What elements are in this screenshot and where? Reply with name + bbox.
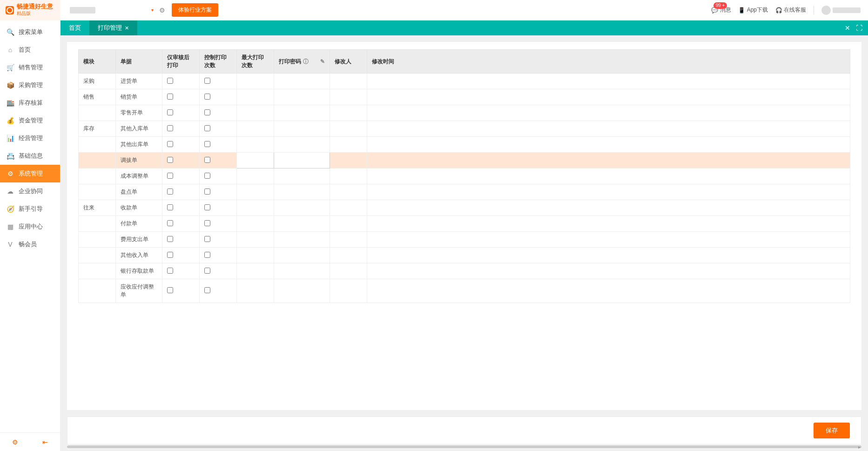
- tab-0[interactable]: 首页: [61, 20, 89, 35]
- sidebar-item-sales[interactable]: 🛒销售管理: [0, 59, 60, 76]
- cell-doc: 调拔单: [116, 153, 162, 168]
- ctrl-count-checkbox[interactable]: [204, 188, 210, 195]
- ctrl-count-checkbox[interactable]: [204, 220, 210, 226]
- cell-doc: 其他出库单: [116, 137, 162, 153]
- cell-modifier: [330, 105, 367, 121]
- fullscreen-icon[interactable]: ⛶: [856, 24, 862, 32]
- sidebar-item-label: 企业协同: [19, 187, 43, 195]
- audit-only-checkbox[interactable]: [167, 78, 173, 84]
- scroll-right-icon[interactable]: ▸: [857, 444, 861, 449]
- tab-1[interactable]: 打印管理✕: [89, 20, 137, 35]
- ctrl-count-checkbox[interactable]: [204, 109, 210, 115]
- cell-audit-only: [162, 137, 200, 153]
- password-input[interactable]: [274, 154, 330, 168]
- logo-block[interactable]: 畅捷通好生意 精品版: [0, 0, 61, 20]
- sidebar-item-guide[interactable]: 🧭新手引导: [0, 200, 60, 218]
- cell-modify-time: [367, 74, 850, 89]
- sidebar-item-fund[interactable]: 💰资金管理: [0, 112, 60, 129]
- tab-close-icon[interactable]: ✕: [125, 25, 129, 31]
- audit-only-checkbox[interactable]: [167, 109, 173, 115]
- cell-ctrl-count: [200, 279, 237, 303]
- sidebar-item-search[interactable]: 🔍搜索菜单: [0, 23, 60, 41]
- cell-modify-time: [367, 137, 850, 153]
- audit-only-checkbox[interactable]: [167, 287, 173, 293]
- th-module: 模块: [79, 50, 116, 74]
- cell-max-count[interactable]: [237, 153, 274, 168]
- sidebar-item-vip[interactable]: V畅会员: [0, 236, 60, 253]
- sidebar-item-report[interactable]: 📊经营管理: [0, 129, 60, 147]
- ctrl-count-checkbox[interactable]: [204, 287, 210, 293]
- cell-doc: 收款单: [116, 200, 162, 216]
- logo-icon: [6, 6, 14, 14]
- cell-audit-only: [162, 232, 200, 248]
- ctrl-count-checkbox[interactable]: [204, 94, 210, 100]
- sidebar-item-label: 首页: [19, 46, 31, 54]
- audit-only-checkbox[interactable]: [167, 125, 173, 131]
- sidebar-item-base[interactable]: 📇基础信息: [0, 147, 60, 165]
- help-icon[interactable]: ⓘ: [303, 58, 309, 66]
- ctrl-count-checkbox[interactable]: [204, 141, 210, 147]
- sidebar-item-system[interactable]: ⚙系统管理: [0, 165, 60, 182]
- chevron-down-icon: ▾: [151, 7, 154, 13]
- sidebar-item-purchase[interactable]: 📦采购管理: [0, 76, 60, 94]
- th-modifier: 修改人: [330, 50, 367, 74]
- table-row: 往来收款单: [79, 200, 850, 216]
- audit-only-checkbox[interactable]: [167, 220, 173, 226]
- company-selector[interactable]: ▾: [70, 7, 154, 13]
- sidebar-item-home[interactable]: ⌂首页: [0, 41, 60, 59]
- ctrl-count-checkbox[interactable]: [204, 125, 210, 131]
- edit-column-icon[interactable]: ✎: [320, 58, 325, 65]
- experience-plan-button[interactable]: 体验行业方案: [172, 3, 218, 17]
- tab-close-all-icon[interactable]: ✕: [845, 24, 850, 32]
- sidebar-item-label: 资金管理: [19, 116, 43, 125]
- audit-only-checkbox[interactable]: [167, 236, 173, 242]
- table-row: 销售销货单: [79, 89, 850, 105]
- cell-password: [274, 137, 330, 153]
- max-count-input[interactable]: [237, 154, 274, 168]
- sidebar-collapse-icon[interactable]: ⇤: [42, 438, 48, 446]
- audit-only-checkbox[interactable]: [167, 268, 173, 274]
- ctrl-count-checkbox[interactable]: [204, 252, 210, 258]
- audit-only-checkbox[interactable]: [167, 94, 173, 100]
- cell-ctrl-count: [200, 263, 237, 279]
- cell-password[interactable]: [274, 153, 330, 168]
- ctrl-count-checkbox[interactable]: [204, 78, 210, 84]
- settings-gear-icon[interactable]: ⚙: [159, 7, 165, 14]
- cell-ctrl-count: [200, 232, 237, 248]
- cell-module: [79, 279, 116, 303]
- ctrl-count-checkbox[interactable]: [204, 204, 210, 210]
- cell-ctrl-count: [200, 200, 237, 216]
- sidebar-item-stock[interactable]: 🏬库存核算: [0, 94, 60, 112]
- audit-only-checkbox[interactable]: [167, 204, 173, 210]
- sidebar-settings-icon[interactable]: ⚙: [12, 438, 18, 446]
- audit-only-checkbox[interactable]: [167, 252, 173, 258]
- ctrl-count-checkbox[interactable]: [204, 236, 210, 242]
- cell-doc: 其他收入单: [116, 248, 162, 263]
- sidebar-item-coop[interactable]: ☁企业协同: [0, 182, 60, 200]
- app-icon: ▦: [7, 223, 14, 230]
- app-download-button[interactable]: 📱 App下载: [739, 6, 768, 14]
- horizontal-scrollbar[interactable]: ▸: [67, 444, 861, 449]
- audit-only-checkbox[interactable]: [167, 141, 173, 147]
- audit-only-checkbox[interactable]: [167, 188, 173, 195]
- cell-modify-time: [367, 105, 850, 121]
- ctrl-count-checkbox[interactable]: [204, 173, 210, 179]
- audit-only-checkbox[interactable]: [167, 173, 173, 179]
- cell-modifier: [330, 279, 367, 303]
- tab-bar: 首页打印管理✕ ✕ ⛶: [61, 20, 868, 35]
- audit-only-checkbox[interactable]: [167, 157, 173, 163]
- ctrl-count-checkbox[interactable]: [204, 268, 210, 274]
- top-header: 畅捷通好生意 精品版 ▾ ⚙ 体验行业方案 99 + 💬 消息 📱 App下载 …: [0, 0, 868, 20]
- messages-button[interactable]: 99 + 💬 消息: [712, 6, 731, 14]
- save-button[interactable]: 保存: [814, 423, 850, 438]
- sidebar-item-label: 经营管理: [19, 134, 43, 142]
- sidebar-footer: ⚙ ⇤: [0, 432, 60, 451]
- sidebar-item-app[interactable]: ▦应用中心: [0, 218, 60, 236]
- cell-password: [274, 184, 330, 200]
- user-menu[interactable]: [821, 6, 861, 15]
- cell-doc: 其他入库单: [116, 121, 162, 137]
- cell-audit-only: [162, 184, 200, 200]
- online-service-button[interactable]: 🎧 在线客服: [775, 6, 806, 14]
- cell-audit-only: [162, 279, 200, 303]
- ctrl-count-checkbox[interactable]: [204, 157, 210, 163]
